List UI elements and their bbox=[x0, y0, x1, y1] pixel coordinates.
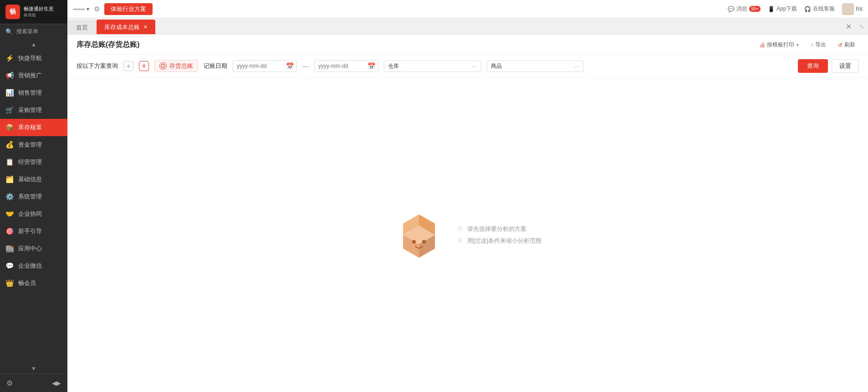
topbar: ▪▪▪▪▪▪ ▾ ⚙ 体验行业方案 💬 消息 99+ 📱 App下载 🎧 在线客… bbox=[67, 0, 868, 18]
purchase-icon: 🛒 bbox=[5, 106, 14, 114]
sidebar-item-appstore[interactable]: 🏬 应用中心 bbox=[0, 240, 67, 257]
hint-num-1: ① bbox=[458, 223, 463, 234]
sidebar-search[interactable]: 🔍 搜索菜单 bbox=[0, 24, 67, 39]
goods-input[interactable] bbox=[505, 63, 573, 69]
sidebar-item-purchase[interactable]: 🛒 采购管理 bbox=[0, 102, 67, 119]
empty-text: ① 请先选择要分析的方案 ② 用[过滤]条件来缩小分析范围 bbox=[458, 223, 541, 247]
svg-point-8 bbox=[422, 240, 426, 244]
goods-label: 商品 bbox=[491, 62, 502, 70]
calendar-to-icon[interactable]: 📅 bbox=[365, 61, 378, 71]
export-btn[interactable]: ↑ 导出 bbox=[807, 39, 830, 51]
app-logo-text: 畅捷通好生意 标准版 bbox=[24, 5, 54, 18]
warehouse-more-icon[interactable]: ··· bbox=[470, 62, 477, 70]
sales-icon: 📊 bbox=[5, 89, 14, 97]
topbar-right: 💬 消息 99+ 📱 App下载 🎧 在线客服 Rit bbox=[728, 3, 863, 15]
marketing-icon: 📢 bbox=[5, 71, 14, 80]
headset-icon: 🎧 bbox=[804, 6, 811, 12]
member-icon: 👑 bbox=[5, 279, 14, 287]
scroll-down-btn[interactable]: ▼ bbox=[0, 363, 67, 374]
basic-icon: 🗂️ bbox=[5, 175, 14, 183]
user-avatar-btn[interactable]: Rit bbox=[842, 3, 863, 15]
filter-scheme-item[interactable]: i 存货总账 bbox=[154, 60, 198, 72]
page-header-actions: 🖨 按模板打印 ▾ ↑ 导出 ↺ 刷新 bbox=[756, 39, 859, 51]
empty-illustration bbox=[394, 210, 444, 260]
sidebar-item-member[interactable]: 👑 畅会员 bbox=[0, 275, 67, 292]
hint-num-2: ② bbox=[458, 235, 463, 246]
user-avatar bbox=[842, 3, 854, 15]
online-support-btn[interactable]: 🎧 在线客服 bbox=[804, 5, 835, 13]
sidebar: 畅 畅捷通好生意 标准版 🔍 搜索菜单 ▲ ⚡ 快捷导航 📢 营销推广 📊 销售… bbox=[0, 0, 67, 392]
message-icon: 💬 bbox=[728, 6, 735, 12]
tabbar: 首页 库存成本总账 ✕ ✕ ⤡ bbox=[67, 18, 868, 35]
sidebar-nav: ⚡ 快捷导航 📢 营销推广 📊 销售管理 🛒 采购管理 📦 库存核算 💰 资金管… bbox=[0, 50, 67, 363]
system-icon: ⚙️ bbox=[5, 193, 14, 201]
sidebar-item-operation[interactable]: 📋 经营管理 bbox=[0, 153, 67, 171]
print-btn[interactable]: 🖨 按模板打印 ▾ bbox=[756, 39, 802, 51]
export-icon: ↑ bbox=[811, 42, 813, 48]
tab-close-icon[interactable]: ✕ bbox=[143, 24, 148, 30]
sidebar-item-quick-nav[interactable]: ⚡ 快捷导航 bbox=[0, 50, 67, 67]
hint-text-2: 用[过滤]条件来缩小分析范围 bbox=[467, 235, 541, 247]
date-to-input-wrap: 📅 bbox=[314, 60, 378, 72]
operation-icon: 📋 bbox=[5, 158, 14, 166]
goods-more-icon[interactable]: ··· bbox=[573, 62, 580, 70]
tab-inventory-ledger[interactable]: 库存成本总账 ✕ bbox=[97, 20, 155, 34]
date-to-input[interactable] bbox=[315, 61, 365, 71]
tabbar-expand-btn[interactable]: ⤡ bbox=[859, 23, 864, 30]
message-badge: 99+ bbox=[749, 6, 761, 12]
query-button[interactable]: 查询 bbox=[798, 59, 828, 73]
chevron-down-icon: ▾ bbox=[87, 6, 89, 12]
calendar-from-icon[interactable]: 📅 bbox=[283, 61, 296, 71]
sidebar-logo: 畅 畅捷通好生意 标准版 bbox=[0, 0, 67, 24]
filter-clear-btn[interactable]: ✕ bbox=[139, 61, 149, 71]
sidebar-item-inventory[interactable]: 📦 库存核算 bbox=[0, 119, 67, 136]
scheme-icon: i bbox=[159, 62, 167, 70]
empty-state: ① 请先选择要分析的方案 ② 用[过滤]条件来缩小分析范围 bbox=[67, 78, 868, 392]
topbar-dropdown[interactable]: ▪▪▪▪▪▪ ▾ bbox=[73, 6, 89, 12]
tab-home[interactable]: 首页 bbox=[68, 20, 96, 34]
sidebar-footer: ⚙ ◀▶ bbox=[0, 374, 67, 392]
tabbar-close-btn[interactable]: ✕ bbox=[846, 22, 852, 31]
date-from-input[interactable] bbox=[233, 61, 283, 71]
messages-btn[interactable]: 💬 消息 99+ bbox=[728, 5, 761, 13]
print-dropdown-icon: ▾ bbox=[796, 42, 799, 48]
app-icon: 📱 bbox=[768, 6, 775, 12]
warehouse-input[interactable] bbox=[402, 63, 470, 69]
empty-content: ① 请先选择要分析的方案 ② 用[过滤]条件来缩小分析范围 bbox=[394, 210, 541, 260]
sidebar-item-system[interactable]: ⚙️ 系统管理 bbox=[0, 188, 67, 205]
scroll-up-btn[interactable]: ▲ bbox=[0, 39, 67, 50]
filter-bar: 按以下方案查询 + ✕ i 存货总账 记账日期 📅 — 📅 仓库 bbox=[67, 55, 868, 78]
filter-label: 按以下方案查询 bbox=[77, 62, 118, 70]
main-area: ▪▪▪▪▪▪ ▾ ⚙ 体验行业方案 💬 消息 99+ 📱 App下载 🎧 在线客… bbox=[67, 0, 868, 392]
topbar-left: ▪▪▪▪▪▪ ▾ ⚙ 体验行业方案 bbox=[73, 3, 724, 15]
sidebar-item-sales[interactable]: 📊 销售管理 bbox=[0, 84, 67, 102]
filter-add-btn[interactable]: + bbox=[123, 61, 133, 71]
sidebar-item-newbie[interactable]: 🎯 新手引导 bbox=[0, 223, 67, 240]
refresh-btn[interactable]: ↺ 刷新 bbox=[834, 39, 859, 51]
page-header: 库存总账(存货总账) 🖨 按模板打印 ▾ ↑ 导出 ↺ 刷新 bbox=[67, 35, 868, 55]
topbar-gear-btn[interactable]: ⚙ bbox=[92, 3, 102, 15]
wechat-icon: 💬 bbox=[5, 262, 14, 270]
goods-filter-wrap: 商品 ··· bbox=[487, 61, 584, 72]
app-logo-icon: 畅 bbox=[5, 5, 20, 19]
sidebar-item-basic[interactable]: 🗂️ 基础信息 bbox=[0, 171, 67, 188]
sidebar-item-finance[interactable]: 💰 资金管理 bbox=[0, 136, 67, 153]
quick-nav-icon: ⚡ bbox=[5, 54, 14, 62]
newbie-icon: 🎯 bbox=[5, 227, 14, 235]
hint-text-1: 请先选择要分析的方案 bbox=[467, 223, 526, 235]
topbar-org-name: ▪▪▪▪▪▪ bbox=[73, 6, 85, 12]
sidebar-item-marketing[interactable]: 📢 营销推广 bbox=[0, 67, 67, 84]
sidebar-settings-btn[interactable]: ⚙ bbox=[6, 379, 13, 387]
sidebar-item-wechat[interactable]: 💬 企业微信 bbox=[0, 257, 67, 275]
date-filter-label: 记账日期 bbox=[204, 62, 227, 70]
filter-action-area: 查询 设置 bbox=[798, 59, 859, 73]
industry-btn[interactable]: 体验行业方案 bbox=[104, 3, 153, 15]
svg-text:i: i bbox=[163, 65, 163, 68]
app-download-btn[interactable]: 📱 App下载 bbox=[768, 5, 797, 13]
sidebar-item-enterprise[interactable]: 🤝 企业协同 bbox=[0, 205, 67, 223]
warehouse-filter-wrap: 仓库 ··· bbox=[384, 61, 481, 72]
settings-button[interactable]: 设置 bbox=[832, 59, 859, 73]
sidebar-collapse-btn[interactable]: ◀▶ bbox=[52, 380, 61, 387]
page-content: 库存总账(存货总账) 🖨 按模板打印 ▾ ↑ 导出 ↺ 刷新 按以下方案查询 bbox=[67, 35, 868, 392]
page-title: 库存总账(存货总账) bbox=[77, 40, 140, 50]
